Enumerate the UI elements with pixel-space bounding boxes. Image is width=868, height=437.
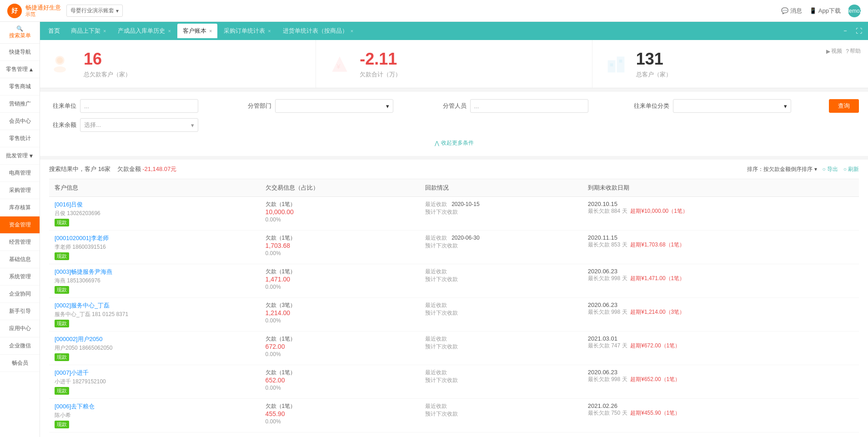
sidebar-item-member[interactable]: 会员中心 [0,113,40,130]
filter-dept: 分管部门 ▾ [244,99,432,113]
customer-name-0[interactable]: [0016]吕俊 [55,201,255,209]
overdue-amount-0[interactable]: 超期¥10,000.00（1笔） [630,208,688,214]
filter-customer-input[interactable]: ... [80,99,198,113]
cell-customer-2: [0003]畅捷服务尹海燕 海燕 18513066976 现款 [49,264,260,298]
cell-recovery-1: 最近收款 2020-06-30 预计下次收款 [420,231,582,264]
sidebar-item-quick-nav[interactable]: 快捷导航 [0,44,40,61]
cell-owe-1: 欠款（1笔） 1,703.68 0.00% [260,231,420,264]
table-actions: 排序：按欠款金额倒序排序 ▾ ○ 导出 ○ 刷新 [747,166,859,173]
message-icon: 💬 [781,7,788,14]
tab-product-history[interactable]: 产成品入库单历史 × [112,24,176,38]
chevron-down-icon: ▾ [116,8,119,14]
collapse-filter-btn[interactable]: ⋀ 收起更多条件 [49,137,859,149]
filter-row-1: 往来单位 ... 分管部门 ▾ 分管人员 [49,99,859,113]
cell-owe-6: 欠款（1笔） 455.90 0.00% [260,399,420,432]
customer-tag-0: 现款 [55,219,69,226]
customer-name-5[interactable]: [0007]小进千 [55,369,255,377]
sidebar-item-purchase[interactable]: 采购管理 [0,182,40,199]
table-row: [0003]畅捷服务尹海燕 海燕 18513066976 现款 欠款（1笔） 1… [49,264,859,298]
sidebar-item-member-vip[interactable]: 畅会员 [0,355,40,372]
overdue-amount-5[interactable]: 超期¥652.00（1笔） [630,376,680,382]
sidebar-item-enterprise-wechat[interactable]: 企业微信 [0,337,40,355]
next-collect-5: 预计下次收款 [425,377,577,384]
sidebar-item-system[interactable]: 系统管理 [0,268,40,286]
table-row: [0007]小进千 小进千 18279152100 现款 欠款（1笔） 652.… [49,365,859,399]
search-button[interactable]: 查询 [829,99,859,113]
sidebar-item-ecommerce[interactable]: 电商管理 [0,165,40,182]
tab-close-customer-account[interactable]: × [209,28,212,34]
sidebar-item-inventory[interactable]: 库存核算 [0,199,40,216]
tab-customer-account[interactable]: 客户账本 × [177,24,217,38]
sidebar-item-guide[interactable]: 新手引导 [0,303,40,320]
filter-balance-select[interactable]: 选择... ▾ [80,118,198,132]
overdue-days-5: 最长欠款 998 天 超期¥652.00（1笔） [588,376,853,383]
overdue-days-6: 最长欠款 750 天 超期¥455.90（1笔） [588,409,853,417]
sidebar-item-marketing[interactable]: 营销推广 [0,95,40,113]
sidebar-search[interactable]: 🔍 搜索菜单 [0,22,40,44]
cell-customer-3: [0002]服务中心_丁磊 服务中心_丁磊 181 0125 8371 现款 [49,298,260,332]
sidebar-item-basic-info[interactable]: 基础信息 [0,251,40,268]
user-avatar-btn[interactable]: demo2 [848,5,861,17]
sort-icon: ▾ [814,166,817,172]
tab-purchase-order[interactable]: 采购订单统计表 × [218,24,276,38]
main-layout: 🔍 搜索菜单 快捷导航 零售管理 ▲ 零售商城 营销推广 会员中心 零售统计 批… [0,22,868,437]
owe-amount-3: 1,214.00 [266,309,414,316]
tab-product-shelf[interactable]: 商品上下架 × [65,24,111,38]
overdue-amount-3[interactable]: 超期¥1,214.00（3笔） [630,309,685,315]
customer-name-1[interactable]: [0001020001]李老师 [55,234,255,242]
refresh-btn[interactable]: ○ 刷新 [843,166,859,173]
cell-due-3: 2020.06.23 最长欠款 998 天 超期¥1,214.00（3笔） [582,298,859,332]
app-download-btn[interactable]: 📱 App下载 [809,7,841,15]
customer-name-3[interactable]: [0002]服务中心_丁磊 [55,301,255,310]
message-btn[interactable]: 💬 消息 [781,7,802,15]
sidebar: 🔍 搜索菜单 快捷导航 零售管理 ▲ 零售商城 营销推广 会员中心 零售统计 批… [0,22,40,437]
customer-tag-3: 现款 [55,320,69,327]
table-header-row: 客户信息 欠交易信息（占比） 回款情况 到期未收款日期 [49,179,859,197]
sidebar-item-app-center[interactable]: 应用中心 [0,320,40,337]
filter-dept-select[interactable]: ▾ [275,99,393,113]
overdue-amount-6[interactable]: 超期¥455.90（1笔） [630,410,680,416]
overdue-amount-4[interactable]: 超期¥672.00（1笔） [630,342,680,349]
cell-customer-1: [0001020001]李老师 李老师 18600391516 现款 [49,231,260,264]
sidebar-item-retail-stats[interactable]: 零售统计 [0,130,40,147]
customer-name-6[interactable]: [0006]去下粮仓 [55,402,255,411]
sort-selector[interactable]: 排序：按欠款金额倒序排序 ▾ [747,166,817,173]
sidebar-item-retail-mall[interactable]: 零售商城 [0,78,40,95]
cell-recovery-5: 最近收款 预计下次收款 [420,365,582,399]
overdue-amount-2[interactable]: 超期¥1,471.00（1笔） [630,275,685,281]
export-btn[interactable]: ○ 导出 [823,166,838,173]
sidebar-item-finance[interactable]: 资金管理 [0,216,40,234]
tab-maximize-btn[interactable]: ⛶ [853,25,864,36]
cell-recovery-7: 最近收款 预计下次收款 [420,432,582,437]
owe-pct-6: 0.00% [266,418,414,425]
tab-bar: 首页 商品上下架 × 产成品入库单历史 × 客户账本 × 采购订单统计表 × 进… [40,22,868,40]
tab-close-product-history[interactable]: × [168,28,171,34]
tab-minimize-btn[interactable]: － [840,25,851,36]
help-btn[interactable]: ? 帮助 [846,47,861,55]
table-row: [0001020001]李老师 李老师 18600391516 现款 欠款（1笔… [49,231,859,264]
cell-due-1: 2020.11.15 最长欠款 853 天 超期¥1,703.68（1笔） [582,231,859,264]
filter-area: 往来单位 ... 分管部门 ▾ 分管人员 [40,92,868,156]
owe-amount-5: 652.00 [266,377,414,384]
sidebar-item-ops-mgmt[interactable]: 经营管理 [0,234,40,251]
tab-close-purchase-order[interactable]: × [268,28,271,34]
due-date-5: 2020.06.23 [588,369,853,376]
sidebar-item-batch-mgmt[interactable]: 批发管理 ▼ [0,147,40,165]
overdue-amount-1[interactable]: 超期¥1,703.68（1笔） [630,241,685,248]
sidebar-item-enterprise-coop[interactable]: 企业协同 [0,286,40,303]
tab-close-purchase-stats[interactable]: × [351,28,353,34]
tab-close-product-shelf[interactable]: × [103,28,106,34]
customer-name-2[interactable]: [0003]畅捷服务尹海燕 [55,268,255,276]
video-btn[interactable]: ▶ 视频 [826,47,842,55]
tab-purchase-stats[interactable]: 进货单统计表（按商品） × [277,24,359,38]
store-selector[interactable]: 母婴行业演示账套 ▾ [66,5,123,17]
tab-home[interactable]: 首页 [44,27,65,35]
sidebar-item-retail-mgmt[interactable]: 零售管理 ▲ [0,61,40,78]
overdue-days-2: 最长欠款 998 天 超期¥1,471.00（1笔） [588,275,853,282]
filter-person-input[interactable]: ... [470,99,588,113]
table-row: [000002]用户2050 用户2050 18665062050 现款 欠款（… [49,332,859,365]
customer-name-4[interactable]: [000002]用户2050 [55,335,255,343]
filter-customer-label: 往来单位 [49,102,76,110]
stat-card-owed-amount: ¥ -2.11 欠款合计（万） [316,40,592,88]
filter-category-select[interactable]: ▾ [673,99,791,113]
